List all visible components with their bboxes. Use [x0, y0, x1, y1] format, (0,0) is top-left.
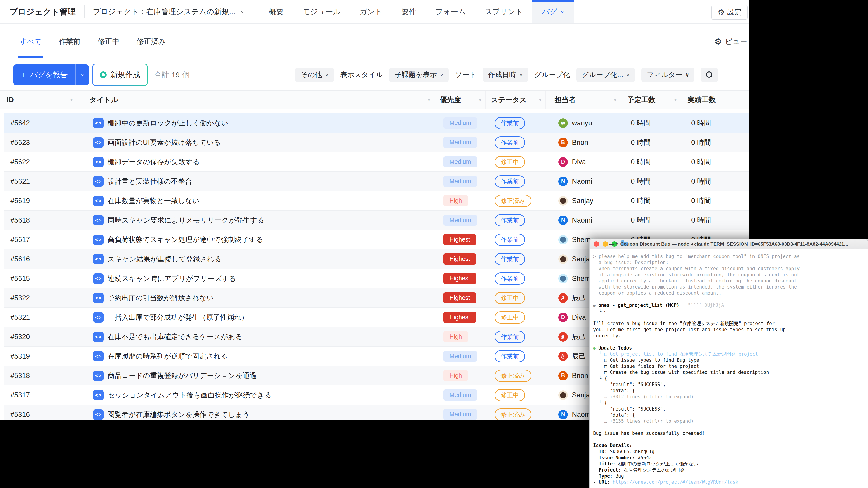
view-control[interactable]: ⚙ ビュー: [714, 24, 747, 59]
terminal-text: Bug issue has been successfully created!: [593, 431, 705, 436]
cell-title: <>棚卸中の更新ロックが正しく働かない: [81, 113, 438, 133]
cell-title: <>在庫不足でも出庫確定できるケースがある: [81, 327, 438, 346]
status-tab-作業前[interactable]: 作業前: [59, 24, 81, 59]
priority-badge: High: [443, 331, 468, 342]
priority-badge: Highest: [443, 312, 476, 323]
table-row[interactable]: #5642<>棚卸中の更新ロックが正しく働かないMedium作業前wwanyu0…: [4, 113, 868, 133]
terminal-line: ● ones - get_project_list (MCP) "˙˙˙˙ ƆU…: [593, 302, 868, 308]
column-header-label: ID: [7, 96, 14, 104]
terminal-window[interactable]: — ✳ Coupon Discount Bug — node ◂ claude …: [589, 238, 868, 488]
display-style-dropdown[interactable]: 子課題を表示 ∨: [389, 68, 449, 82]
group-dropdown[interactable]: グループ化... ∨: [577, 68, 635, 82]
project-selector[interactable]: プロジェクト：在庫管理システムの新規... ∨: [93, 7, 244, 17]
cell-id: #5621: [4, 172, 81, 191]
issue-title: 在庫数量が実物と一致しない: [107, 196, 199, 205]
nav-tab-フォーム[interactable]: フォーム: [426, 0, 475, 24]
nav-tab-label: モジュール: [303, 7, 341, 17]
terminal-text: "˙˙˙˙ ƆUjhJjA: [679, 302, 724, 308]
bug-type-icon: <>: [93, 273, 103, 284]
status-badge: 修正中: [495, 156, 525, 168]
cell-priority: Medium: [438, 210, 489, 230]
status-tab-すべて[interactable]: すべて: [20, 24, 41, 59]
issue-title: 連続スキャン時にアプリがフリーズする: [107, 274, 236, 283]
terminal-text: └ {: [593, 376, 607, 381]
terminal-text: … +3135 lines (ctrl+r to expand): [593, 418, 693, 424]
create-new-button[interactable]: 新規作成: [92, 64, 148, 86]
priority-badge: Medium: [443, 176, 477, 187]
issue-id: #5621: [10, 177, 30, 186]
nav-tab-概要[interactable]: 概要: [259, 0, 293, 24]
nav-tab-スプリント[interactable]: スプリント: [475, 0, 532, 24]
status-tab-修正中[interactable]: 修正中: [98, 24, 119, 59]
table-row[interactable]: #5621<>設計書と実装仕様の不整合Medium作業前NNaomi0 時間0 …: [4, 172, 868, 191]
avatar-face: [560, 256, 566, 262]
avatar: [558, 254, 568, 264]
issue-title: 高負荷状態でスキャン処理が途中で強制終了する: [107, 235, 264, 245]
nav-tab-モジュール[interactable]: モジュール: [293, 0, 350, 24]
nav-tabs: 概要モジュールガント要件フォームスプリントバグ∨: [259, 0, 574, 24]
column-header-ステータス[interactable]: ステータス▾: [486, 91, 546, 109]
bug-type-icon: <>: [93, 234, 103, 245]
priority-badge: High: [443, 370, 468, 381]
report-bug-button[interactable]: + バグを報告 ∨: [13, 64, 89, 85]
more-dropdown[interactable]: その他 ∨: [295, 68, 334, 82]
filter-button[interactable]: フィルター ∨∨: [641, 68, 694, 82]
table-row[interactable]: #5622<>棚卸データの保存が失敗するMedium修正中DDiva0 時間0 …: [4, 152, 868, 172]
avatar-face: [560, 198, 566, 204]
nav-tab-ガント[interactable]: ガント: [350, 0, 392, 24]
url-link[interactable]: https://ones.com/project/#/team/WtgVRUnm…: [613, 480, 738, 485]
nav-tab-要件[interactable]: 要件: [392, 0, 426, 24]
settings-button[interactable]: ⚙ 設定: [711, 4, 747, 20]
priority-badge: Medium: [443, 156, 477, 167]
column-header-予定工数[interactable]: 予定工数▾: [620, 91, 681, 109]
assignee-name: Brion: [572, 372, 588, 380]
status-badge: 修正中: [495, 292, 525, 304]
priority-badge: Medium: [443, 215, 477, 226]
sort-dropdown[interactable]: 作成日時 ∨: [483, 68, 528, 82]
table-row[interactable]: #5618<>同時スキャン要求によりメモリリークが発生するMedium作業前NN…: [4, 210, 868, 230]
column-header-優先度[interactable]: 優先度▾: [434, 91, 486, 109]
nav-tab-バグ[interactable]: バグ∨: [532, 0, 574, 24]
chevron-down-icon: ∨: [81, 72, 85, 77]
avatar: N: [558, 216, 568, 225]
terminal-text: Update Todos: [596, 345, 632, 351]
cell-assignee: Sanjay: [549, 191, 624, 210]
terminal-title-bar[interactable]: — ✳ Coupon Discount Bug — node ◂ claude …: [590, 239, 868, 250]
terminal-line: correctly.: [593, 333, 868, 339]
cell-priority: Highest: [438, 288, 489, 307]
terminal-line: I'll create a bug issue in the "在庫管理システム…: [593, 321, 868, 327]
column-header-label: ステータス: [491, 95, 527, 105]
column-header-担当者[interactable]: 担当者▾: [546, 91, 620, 109]
terminal-line: [593, 339, 868, 345]
assignee-name: Diva: [572, 313, 586, 322]
cell-planned-hours: 0 時間: [624, 210, 684, 230]
cell-status: 作業前: [489, 172, 549, 191]
status-tab-修正済み[interactable]: 修正済み: [136, 24, 166, 59]
status-badge: 作業前: [495, 175, 525, 188]
cell-title: <>設計書と実装仕様の不整合: [81, 172, 438, 191]
issue-id: #5615: [10, 274, 30, 283]
terminal-line: applied correctly at checkout. Instead o…: [593, 278, 868, 284]
status-badge: 修正中: [495, 311, 525, 324]
terminal-text: ID: [599, 449, 604, 454]
table-row[interactable]: #5623<>画面設計のUI要素が抜け落ちているMedium作業前BBrion0…: [4, 133, 868, 152]
chevron-down-icon: ∨: [626, 72, 630, 77]
cell-priority: Medium: [438, 113, 489, 133]
table-row[interactable]: #5619<>在庫数量が実物と一致しないHigh修正済みSanjay0 時間0 …: [4, 191, 868, 210]
cell-priority: Medium: [438, 172, 489, 191]
avatar: [558, 390, 568, 400]
search-button[interactable]: [701, 68, 718, 82]
bug-type-icon: <>: [93, 176, 103, 187]
cell-status: 作業前: [489, 250, 549, 269]
terminal-line: "data": {: [593, 412, 868, 418]
issue-title: 棚卸データの保存が失敗する: [107, 157, 199, 167]
report-bug-dropdown[interactable]: ∨: [76, 64, 89, 85]
report-bug-main[interactable]: + バグを報告: [13, 64, 75, 85]
cell-title: <>セッションタイムアウト後も画面操作が継続できる: [81, 385, 438, 404]
terminal-line: □ Get issue fields for the project: [593, 363, 868, 369]
avatar: D: [558, 157, 568, 167]
assignee-name: Brion: [572, 138, 588, 147]
avatar-face: [560, 392, 566, 398]
column-header-ID[interactable]: ID▾: [0, 91, 77, 109]
column-header-タイトル[interactable]: タイトル▾: [77, 91, 434, 109]
